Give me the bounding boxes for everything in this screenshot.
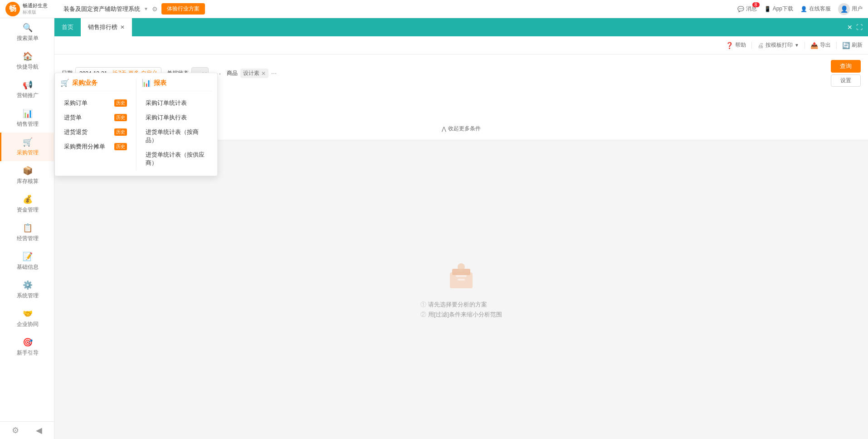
system-icon: ⚙️: [23, 280, 33, 290]
cooperation-icon: 🤝: [23, 309, 33, 319]
sidebar-label-inventory: 库存核算: [17, 178, 39, 185]
industry-btn[interactable]: 体验行业方案: [161, 3, 205, 15]
tab-window-btns: ✕ ⛶: [842, 18, 868, 36]
tab-close-icon[interactable]: ✕: [120, 24, 125, 30]
dropdown-item-po-exec[interactable]: 采购订单执行表: [142, 110, 212, 125]
sidebar-bottom: ⚙ ◀: [0, 421, 54, 439]
tab-sales-rank[interactable]: 销售排行榜 ✕: [81, 18, 132, 36]
dropdown-item-purchase-expense[interactable]: 采购费用分摊单 历史: [60, 139, 131, 154]
sidebar-item-system[interactable]: ⚙️ 系统管理: [0, 276, 54, 304]
app-download-btn[interactable]: 📱 App下载: [764, 5, 793, 13]
tab-home[interactable]: 首页: [54, 18, 81, 36]
sidebar-label-quicknav: 快捷导航: [17, 63, 39, 71]
empty-illustration: [443, 259, 479, 295]
title-dropdown-icon[interactable]: ▼: [144, 6, 148, 11]
sidebar-item-basic[interactable]: 📝 基础信息: [0, 247, 54, 276]
sidebar-label-sales: 销售管理: [17, 120, 39, 128]
dropdown-item-label: 进货单统计表（按商品）: [146, 128, 209, 144]
export-icon: 📤: [810, 42, 818, 49]
sidebar-label-system: 系统管理: [17, 292, 39, 300]
dropdown-item-goods-return[interactable]: 进货退货 历史: [60, 125, 131, 139]
collapse-btn[interactable]: ⋀ 收起更多条件: [442, 125, 481, 133]
tab-sales-rank-label: 销售排行榜: [88, 23, 117, 31]
sidebar: 🔍 搜索菜单 🏠 快捷导航 📢 营销推广 📊 销售管理 🛒 采购管理 📦 库存核…: [0, 18, 54, 439]
dropdown-item-label: 进货单: [64, 113, 82, 122]
sidebar-settings-btn[interactable]: ⚙: [12, 425, 19, 435]
toolbar-divider3: [836, 42, 837, 49]
export-btn[interactable]: 📤 导出: [810, 41, 831, 49]
newbie-icon: 🎯: [23, 337, 33, 347]
user-btn[interactable]: 👤 用户: [838, 3, 863, 15]
marketing-icon: 📢: [23, 80, 33, 90]
window-maximize-btn[interactable]: ⛶: [856, 24, 863, 31]
tab-bar: 首页 销售排行榜 ✕ ✕ ⛶: [54, 18, 868, 36]
purchase-col-header: 🛒 采购业务: [60, 79, 131, 91]
print-btn[interactable]: 🖨 按模板打印 ▼: [757, 41, 799, 49]
empty-tips: ① 请先选择要分析的方案 ② 用[过滤]条件来缩小分析范围: [420, 301, 502, 321]
sidebar-item-search[interactable]: 🔍 搜索菜单: [0, 18, 54, 47]
inventory-icon: 📦: [23, 166, 33, 176]
sidebar-item-quicknav[interactable]: 🏠 快捷导航: [0, 47, 54, 75]
toolbar: ❓ 帮助 🖨 按模板打印 ▼ 📤 导出 🔄 刷新: [54, 36, 868, 54]
dropdown-item-po-stat[interactable]: 采购订单统计表: [142, 96, 212, 110]
print-icon: 🖨: [757, 42, 764, 49]
purchase-icon: 🛒: [23, 137, 33, 147]
report-col-title: 报表: [154, 79, 166, 87]
history-badge: 历史: [114, 143, 127, 150]
help-btn[interactable]: ❓ 帮助: [726, 41, 746, 49]
sidebar-collapse-btn[interactable]: ◀: [36, 425, 42, 435]
sidebar-item-newbie[interactable]: 🎯 新手引导: [0, 333, 54, 361]
sidebar-label-cooperation: 企业协同: [17, 321, 39, 328]
print-label: 按模板打印: [766, 41, 793, 49]
query-button[interactable]: 查询: [831, 60, 861, 73]
sidebar-label-newbie: 新手引导: [17, 349, 39, 357]
online-service-btn[interactable]: 👤 在线客服: [800, 5, 831, 13]
dropdown-item-goods-stat-by-product[interactable]: 进货单统计表（按商品）: [142, 125, 212, 148]
history-badge: 历史: [114, 114, 127, 121]
goods-tag-value: 设计素: [243, 69, 259, 77]
svg-rect-3: [456, 275, 467, 277]
tab-spacer: [132, 18, 842, 36]
purchase-col-title: 采购业务: [72, 79, 98, 87]
svg-rect-4: [458, 279, 465, 281]
dropdown-item-goods-in[interactable]: 进货单 历史: [60, 110, 131, 125]
sidebar-item-finance[interactable]: 💰 资金管理: [0, 190, 54, 218]
goods-tag: 设计素 ✕: [240, 69, 268, 78]
app-icon: 📱: [764, 6, 771, 12]
report-col-icon: 📊: [142, 79, 151, 87]
settings-button[interactable]: 设置: [831, 74, 861, 87]
goods-dots[interactable]: ⋯: [271, 70, 277, 77]
sidebar-item-marketing[interactable]: 📢 营销推广: [0, 75, 54, 104]
settings-icon[interactable]: ⚙: [152, 5, 158, 13]
sidebar-item-sales[interactable]: 📊 销售管理: [0, 104, 54, 133]
goods-tag-close[interactable]: ✕: [261, 70, 266, 77]
message-icon: 💬: [737, 6, 744, 12]
sidebar-item-inventory[interactable]: 📦 库存核算: [0, 161, 54, 190]
sidebar-item-cooperation[interactable]: 🤝 企业协同: [0, 304, 54, 333]
sidebar-item-purchase[interactable]: 🛒 采购管理: [0, 133, 54, 161]
refresh-label: 刷新: [852, 41, 863, 49]
app-download-label: App下载: [773, 5, 793, 13]
message-btn[interactable]: 💬 消息 8: [737, 5, 757, 13]
report-col: 📊 报表 采购订单统计表 采购订单执行表 进货单统计表（按商品） 进货单统计表（…: [136, 79, 218, 170]
print-dropdown-icon[interactable]: ▼: [795, 43, 799, 48]
refresh-btn[interactable]: 🔄 刷新: [842, 41, 863, 49]
dropdown-item-label: 采购订单执行表: [146, 113, 187, 122]
dropdown-item-goods-stat-by-supplier[interactable]: 进货单统计表（按供应商）: [142, 148, 212, 170]
sidebar-label-operation: 经营管理: [17, 235, 39, 242]
system-title: 装备及固定资产辅助管理系统: [63, 5, 140, 13]
window-close-btn[interactable]: ✕: [847, 24, 853, 31]
avatar: 👤: [838, 3, 850, 15]
finance-icon: 💰: [23, 194, 33, 204]
operation-icon: 📋: [23, 223, 33, 233]
sidebar-item-operation[interactable]: 📋 经营管理: [0, 218, 54, 247]
refresh-icon: 🔄: [842, 42, 850, 49]
logo-text: 畅通好生意: [23, 2, 48, 9]
goods-filter: 商品 设计素 ✕ ⋯: [227, 69, 277, 78]
dropdown-item-label: 采购费用分摊单: [64, 143, 105, 151]
dropdown-item-label: 采购订单统计表: [146, 99, 187, 107]
dropdown-item-label: 进货退货: [64, 128, 88, 136]
sidebar-label-marketing: 营销推广: [17, 92, 39, 99]
svg-point-2: [458, 263, 465, 271]
dropdown-item-purchase-order[interactable]: 采购订单 历史: [60, 96, 131, 110]
